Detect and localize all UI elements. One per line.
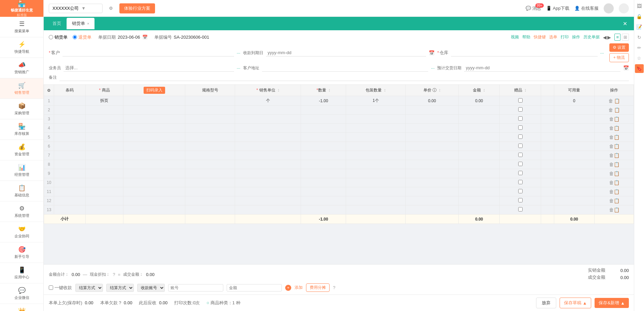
sidebar-item-quicknav[interactable]: ⚡ 快捷导航 bbox=[0, 37, 43, 58]
salesperson-dots[interactable]: ··· bbox=[237, 66, 240, 71]
help-link[interactable]: 帮助 bbox=[522, 34, 530, 40]
delete-icon-6[interactable]: 🗑 bbox=[609, 144, 614, 149]
sidebar-item-basics[interactable]: 📋 基础信息 bbox=[0, 181, 43, 201]
one-click-pay-input[interactable] bbox=[49, 285, 53, 290]
address-dots[interactable]: ··· bbox=[431, 66, 434, 71]
sidebar-item-guide[interactable]: 🎯 新手引导 bbox=[0, 242, 43, 263]
copy-icon-13[interactable]: 📋 bbox=[614, 207, 619, 212]
sidebar-item-finance[interactable]: 💰 资金管理 bbox=[0, 140, 43, 160]
copy-icon-6[interactable]: 📋 bbox=[614, 144, 619, 149]
expense-button[interactable]: 费用分摊 bbox=[306, 283, 330, 292]
gift-checkbox-11[interactable] bbox=[518, 189, 523, 193]
print-link[interactable]: 打印 bbox=[561, 34, 569, 40]
video-link[interactable]: 视频 bbox=[511, 34, 519, 40]
amount-2[interactable] bbox=[458, 106, 500, 115]
receipt-calendar-icon[interactable]: 📅 bbox=[429, 50, 434, 55]
account-select[interactable]: 收款账号 bbox=[137, 284, 165, 292]
sidebar-item-sales[interactable]: 🛒 销售管理 bbox=[0, 78, 43, 99]
receipt-date-input[interactable] bbox=[266, 49, 426, 56]
delivery-date-input[interactable] bbox=[464, 64, 620, 72]
customer-input[interactable] bbox=[63, 49, 234, 56]
delete-icon-7[interactable]: 🗑 bbox=[609, 153, 614, 158]
settlement-select[interactable]: 结算方式 bbox=[75, 284, 103, 292]
right-icon-bookmark[interactable]: 🔖 bbox=[635, 64, 644, 73]
pkg-qty-2[interactable] bbox=[346, 106, 406, 115]
sidebar-item-operations[interactable]: 📊 经营管理 bbox=[0, 160, 43, 181]
delivery-calendar-icon[interactable]: 📅 bbox=[623, 65, 629, 71]
user-avatar-2[interactable] bbox=[619, 3, 629, 13]
gift-checkbox-5[interactable] bbox=[518, 134, 523, 139]
sidebar-item-appstore[interactable]: 📱 应用中心 bbox=[0, 263, 43, 283]
save-new-button[interactable]: 保存&新增 ▲ bbox=[595, 298, 629, 308]
notes-input[interactable] bbox=[60, 74, 629, 81]
copy-icon-3[interactable]: 📋 bbox=[614, 116, 619, 122]
radio-return[interactable]: 退货单 bbox=[73, 34, 91, 40]
tab-sale-label[interactable]: 销货单 bbox=[72, 21, 85, 27]
sidebar-item-system[interactable]: ⚙ 系统管理 bbox=[0, 201, 43, 222]
save-draft-button[interactable]: 保存草稿 ▲ bbox=[560, 298, 592, 308]
sidebar-item-inventory[interactable]: 🏪 库存核算 bbox=[0, 119, 43, 140]
gift-checkbox-13[interactable] bbox=[518, 207, 523, 211]
next-arrow[interactable]: ▶ bbox=[607, 35, 611, 40]
warehouse-dots[interactable]: ··· bbox=[600, 50, 604, 55]
right-icon-note[interactable]: 📝 bbox=[635, 23, 644, 31]
message-button[interactable]: 💬 消息 99+ bbox=[526, 5, 541, 11]
copy-icon-7[interactable]: 📋 bbox=[614, 153, 619, 158]
scan-button[interactable]: 扫码录入 bbox=[144, 87, 165, 94]
delete-icon-4[interactable]: 🗑 bbox=[609, 125, 614, 131]
col-scan[interactable]: 扫码录入 bbox=[123, 85, 185, 96]
barcode-2[interactable] bbox=[54, 106, 85, 115]
unit-1[interactable]: 个 bbox=[235, 96, 301, 106]
spec-1[interactable] bbox=[185, 96, 235, 106]
copy-icon-11[interactable]: 📋 bbox=[614, 189, 619, 194]
customer-dots[interactable]: ··· bbox=[237, 50, 240, 55]
discard-button[interactable]: 放弃 bbox=[536, 298, 556, 308]
sidebar-item-search[interactable]: ☰ 搜索菜单 bbox=[0, 17, 43, 37]
app-download-button[interactable]: 📱 App下载 bbox=[546, 5, 569, 11]
experience-button[interactable]: 体验行业方案 bbox=[119, 3, 155, 13]
gift-2[interactable] bbox=[500, 106, 541, 115]
question-icon-lack[interactable]: ? bbox=[119, 300, 121, 305]
question-icon-expense[interactable]: ? bbox=[333, 285, 335, 290]
grid-view-icon[interactable]: ⊞ bbox=[622, 34, 629, 41]
delete-icon-11[interactable]: 🗑 bbox=[609, 189, 614, 194]
col-settings[interactable]: ⚙ bbox=[44, 85, 54, 96]
qty-1[interactable]: -1.00 bbox=[301, 96, 346, 106]
gift-checkbox-4[interactable] bbox=[518, 125, 523, 130]
tab-close-icon[interactable]: × bbox=[87, 22, 89, 26]
delete-icon-12[interactable]: 🗑 bbox=[609, 198, 614, 203]
delete-icon-1[interactable]: 🗑 bbox=[608, 98, 613, 104]
copy-icon-9[interactable]: 📋 bbox=[614, 171, 619, 176]
account-input[interactable] bbox=[168, 284, 223, 291]
settings-button[interactable]: ⚙ 设置 bbox=[609, 43, 629, 52]
amount-input[interactable] bbox=[227, 284, 282, 291]
select-link[interactable]: 选单 bbox=[549, 34, 557, 40]
gift-checkbox-3[interactable] bbox=[518, 116, 523, 121]
unit-2[interactable] bbox=[235, 106, 301, 115]
gift-checkbox-7[interactable] bbox=[518, 153, 523, 157]
copy-icon-4[interactable]: 📋 bbox=[614, 125, 619, 131]
spec-2[interactable] bbox=[185, 106, 235, 115]
company-selector[interactable]: XXXXXX公司 ▼ bbox=[49, 4, 103, 13]
product-2[interactable] bbox=[85, 106, 123, 115]
gift-checkbox-9[interactable] bbox=[518, 171, 523, 175]
question-icon-discount[interactable]: ? bbox=[113, 272, 115, 277]
product-type-circle[interactable]: ○ bbox=[206, 300, 209, 305]
calc-select[interactable]: 结算方式 bbox=[106, 284, 134, 292]
gift-1[interactable] bbox=[500, 96, 541, 106]
gift-checkbox-6[interactable] bbox=[518, 144, 523, 148]
gift-checkbox-1[interactable] bbox=[518, 98, 523, 103]
price-2[interactable] bbox=[406, 106, 458, 115]
user-avatar[interactable] bbox=[604, 3, 614, 13]
shortcut-link[interactable]: 快捷键 bbox=[534, 34, 546, 40]
warehouse-input[interactable]: 建材仓 bbox=[451, 49, 597, 56]
copy-icon-10[interactable]: 📋 bbox=[614, 180, 619, 185]
right-icon-refresh[interactable]: ↻ bbox=[635, 33, 644, 42]
barcode-1[interactable] bbox=[54, 96, 85, 106]
tab-home[interactable]: 首页 bbox=[47, 18, 67, 29]
logistics-button[interactable]: + 物流 bbox=[609, 53, 629, 62]
price-1[interactable]: 0.00 bbox=[406, 96, 458, 106]
copy-icon-12[interactable]: 📋 bbox=[614, 198, 619, 203]
sidebar-item-wechat[interactable]: 💬 企业微信 bbox=[0, 283, 43, 304]
delete-icon-2[interactable]: 🗑 bbox=[608, 107, 613, 113]
